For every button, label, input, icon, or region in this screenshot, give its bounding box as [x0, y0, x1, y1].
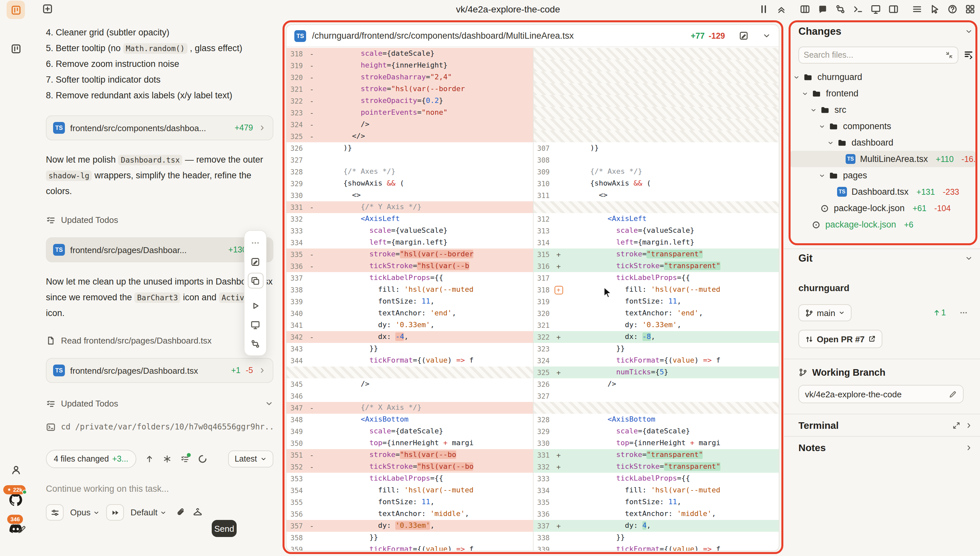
terminal-icon[interactable]: [853, 3, 863, 14]
hanger-icon[interactable]: [193, 508, 203, 517]
line-number: 325: [533, 369, 553, 377]
chat-settings-icon[interactable]: [46, 504, 64, 520]
git-compare-icon: [250, 339, 260, 349]
list-item: 6. Remove zoom instruction noise: [46, 57, 273, 72]
code-text: scale={dateScale}: [317, 48, 533, 60]
chevron-right-icon: [258, 124, 266, 132]
todos-status-icon[interactable]: [180, 454, 189, 464]
git-compare-icon[interactable]: [835, 3, 846, 14]
search-files-input[interactable]: [798, 47, 958, 64]
diff-old-line: 342- dx: -4,: [286, 331, 533, 343]
branch-dropdown[interactable]: main: [798, 304, 851, 321]
account-icon[interactable]: [6, 460, 25, 478]
tree-file-Dashboard.tsx[interactable]: TSDashboard.tsx+131-233: [789, 184, 976, 200]
workspace-toggle-icon[interactable]: [6, 1, 25, 19]
chevron-right-icon[interactable]: [965, 422, 973, 430]
git-collapse-icon[interactable]: [965, 254, 973, 262]
git-compare-icon[interactable]: [247, 336, 263, 351]
diff-new-line: 314 left={margin.left}: [533, 237, 779, 249]
columns-layout-icon[interactable]: [800, 3, 810, 14]
tree-folder-components[interactable]: components: [789, 118, 976, 134]
draw-edit-icon[interactable]: [17, 525, 27, 534]
file-chip-hover-menu: [244, 230, 267, 356]
updated-todos-row[interactable]: Updated Todos: [46, 214, 273, 226]
ts-file-icon: TS: [294, 30, 306, 42]
tree-file-MultiLineArea.tsx[interactable]: TSMultiLineArea.tsx+110-16...: [789, 151, 976, 167]
menu-icon[interactable]: [912, 3, 922, 14]
files-changed-pill[interactable]: 4 files changed +3...: [46, 450, 136, 468]
file-change-chip[interactable]: TSfrontend/src/pages/Dashboard.tsx+1-5: [46, 358, 273, 383]
line-number: 322: [286, 97, 306, 105]
more-options-icon[interactable]: [247, 235, 263, 251]
collapse-diff-icon[interactable]: [762, 31, 771, 40]
new-thread-icon[interactable]: [42, 3, 53, 15]
help-icon[interactable]: [947, 3, 958, 14]
working-branch-input[interactable]: vk/4e2a-explore-the-code: [798, 385, 964, 403]
send-button[interactable]: Send: [212, 520, 237, 537]
line-number: 353: [286, 475, 306, 483]
added-count: +110: [936, 154, 953, 163]
chat-bubble-icon[interactable]: [817, 3, 828, 14]
chevron-right-icon[interactable]: [965, 444, 973, 452]
changes-collapse-icon[interactable]: [965, 27, 973, 36]
fast-forward-icon[interactable]: [106, 504, 124, 520]
chevron-down-icon: [265, 399, 273, 407]
tree-folder-dashboard[interactable]: dashboard: [789, 134, 976, 151]
latest-dropdown[interactable]: Latest: [228, 451, 273, 467]
list-item: 7. Softer tooltip indicator dots: [46, 72, 273, 88]
mode-dropdown[interactable]: Default: [129, 508, 168, 517]
diff-rows[interactable]: 318- scale={dateScale}319- height={inner…: [286, 48, 779, 551]
open-in-editor-icon[interactable]: [739, 31, 749, 40]
file-change-chip[interactable]: TSfrontend/src/pages/Dashboar...+130-2..…: [46, 238, 273, 262]
copy-icon[interactable]: [247, 273, 263, 288]
tool-call-row[interactable]: Read frontend/src/pages/Dashboard.tsx: [46, 335, 273, 346]
open-pr-button[interactable]: Open PR #7: [798, 330, 882, 348]
spark-icon[interactable]: [163, 454, 172, 464]
diff-new-line: [533, 119, 779, 131]
collapse-tree-icon[interactable]: [945, 51, 953, 59]
pause-icon[interactable]: [759, 3, 769, 14]
expand-terminal-icon[interactable]: [953, 422, 960, 430]
diff-old-line: 346: [286, 390, 533, 402]
diff-old-line: 347- {/* X Axis */}: [286, 402, 533, 414]
kanban-board-icon[interactable]: [6, 39, 25, 58]
grid-icon[interactable]: [965, 3, 975, 14]
scroll-up-icon[interactable]: [145, 454, 154, 464]
monitor-icon[interactable]: [870, 3, 881, 14]
diff-row: 339 fontSize: 11,319 fontSize: 11,: [286, 296, 779, 307]
git-more-icon[interactable]: [959, 308, 968, 317]
model-dropdown[interactable]: Opus: [68, 508, 102, 517]
chevron-down-icon: [160, 509, 167, 516]
add-comment-marker[interactable]: +: [554, 286, 563, 294]
cursor-mode-icon[interactable]: [930, 3, 940, 14]
edit-icon[interactable]: [247, 254, 263, 270]
line-number: 359: [286, 546, 306, 551]
updated-todos-row[interactable]: Updated Todos: [46, 397, 273, 409]
chat-input[interactable]: Continue working on this task...: [46, 484, 273, 494]
diff-marker: +: [553, 286, 564, 294]
commits-ahead[interactable]: 1: [933, 307, 946, 317]
code-text: scale={dateScale}: [317, 425, 533, 437]
diff-marker: -: [306, 97, 317, 105]
chevron-down-icon: [819, 172, 825, 179]
tree-folder-churnguard[interactable]: churnguard: [789, 69, 976, 85]
view-toggle-icon[interactable]: [964, 50, 974, 60]
diff-new-line: [533, 71, 779, 83]
play-icon[interactable]: [247, 298, 263, 314]
tree-folder-frontend[interactable]: frontend: [789, 85, 976, 102]
edit-branch-icon[interactable]: [949, 390, 957, 398]
file-change-chip[interactable]: TSfrontend/src/components/dashboa...+479: [46, 115, 273, 140]
attach-icon[interactable]: [176, 508, 186, 517]
code-text: stroke="hsl(var(--border: [317, 249, 533, 260]
tree-folder-src[interactable]: src: [789, 102, 976, 118]
collapse-chevrons-icon[interactable]: [776, 3, 786, 14]
tree-file-package-lock.json[interactable]: package-lock.json+6: [789, 217, 976, 233]
tree-folder-pages[interactable]: pages: [789, 167, 976, 184]
tree-file-package-lock.json[interactable]: package-lock.json+61-104: [789, 200, 976, 217]
sidebar-right-icon[interactable]: [888, 3, 899, 14]
diff-row: 342- dx: -4,322+ dx: -8,: [286, 331, 779, 343]
monitor-icon[interactable]: [247, 317, 263, 333]
code-text: tickLabelProps={{: [564, 473, 779, 485]
search-input[interactable]: [804, 50, 941, 60]
terminal-command-row[interactable]: cd /private/var/folders/10/h7w0q46556ggr…: [46, 421, 273, 433]
